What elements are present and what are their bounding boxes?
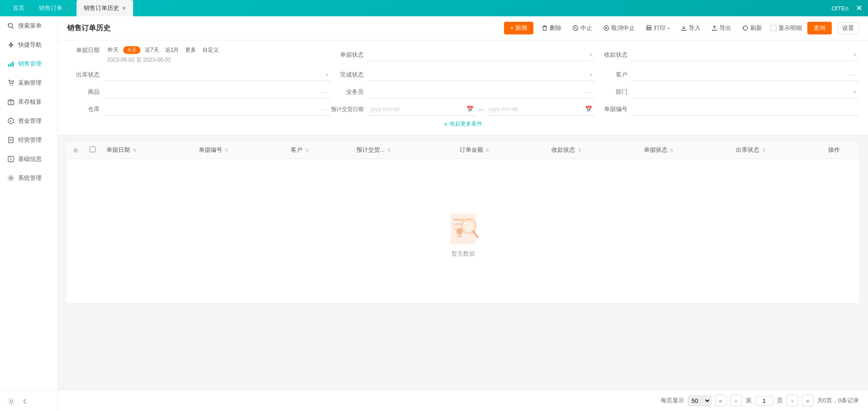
warehouse-input[interactable]: ··· [103,103,331,116]
empty-state-row: 暂无数据 [67,159,859,304]
product-input[interactable]: ··· [103,86,331,98]
page-label-after: 页 [777,396,783,405]
box-icon [7,98,14,106]
outbound-input[interactable]: ▾ [103,68,331,81]
salesperson-input[interactable]: ··· [367,86,595,98]
sort-paystatus-icon[interactable]: ⇅ [578,148,581,153]
content-area: 销售订单历史 + 新增 删除 中止 取消中止 打印 ▾ [58,16,868,411]
refresh-button[interactable]: 刷新 [739,22,765,34]
sort-customer-icon[interactable]: ⇅ [305,148,309,153]
svg-rect-13 [9,137,13,143]
sidebar-item-purchase-mgmt[interactable]: 采购管理 [0,73,58,92]
filter-salesperson-cell: 业务员 ··· [331,86,595,98]
sidebar: 搜索菜单 快捷导航 销售管理 采购管理 库存核算 [0,16,58,411]
today-btn[interactable]: 今天 [123,46,140,54]
calendar-from-icon[interactable]: 📅 [466,106,474,112]
table-area: 单据日期 ⇅ 单据编号 ⇅ 客户 ⇅ 预计交货... [58,135,868,390]
empty-state: 暂无数据 [67,177,859,285]
query-button[interactable]: 查询 [807,22,832,34]
table-header-order-amount: 订单金额 ⇅ [454,141,547,159]
sidebar-collapse-icon[interactable] [21,397,29,406]
more-btn[interactable]: 更多 [183,46,198,54]
week7-btn[interactable]: 近7天 [143,46,161,54]
last-page-button[interactable]: » [802,395,814,406]
svg-point-18 [10,157,11,158]
sidebar-label-capital-mgmt: 资金管理 [18,117,42,125]
dept-input[interactable]: ▾ [631,86,859,98]
filter-dept-cell: 部门 ▾ [595,86,859,98]
svg-rect-26 [647,29,650,30]
filter-product-cell: 商品 ··· [67,86,331,98]
tab-sales-order-close[interactable]: ✕ [65,5,69,11]
sidebar-label-basic-info: 基础信息 [18,155,42,163]
show-detail-checkbox[interactable] [770,25,777,31]
import-icon [681,25,687,31]
prev-page-button[interactable]: ‹ [730,395,742,406]
page-input[interactable] [755,396,773,406]
delivery-to-input[interactable]: yyyy-mm-dd 📅 [486,103,595,116]
print-button[interactable]: 打印 ▾ [643,22,672,34]
pay-status-input[interactable]: ▾ [631,48,859,61]
sidebar-item-sales-mgmt[interactable]: 销售管理 [0,54,58,73]
sidebar-item-search-menu[interactable]: 搜索菜单 [0,16,58,35]
cancel-stop-button[interactable]: 取消中止 [600,22,638,34]
collapse-text: 收起更多条件 [450,120,482,128]
calendar-to-icon[interactable]: 📅 [585,106,592,112]
export-button[interactable]: 导出 [709,22,734,34]
tab-home[interactable]: 首页 [5,0,32,16]
sidebar-item-capital-mgmt[interactable]: ¥ 资金管理 [0,111,58,131]
window-close-button[interactable]: ✕ [856,3,863,13]
table-settings-icon[interactable] [72,146,79,153]
outbound-label: 出库状态 [67,71,103,79]
tab-sales-order-history-close[interactable]: ✕ [122,5,126,11]
first-page-button[interactable]: « [715,395,727,406]
sidebar-label-operation-mgmt: 经营管理 [18,136,42,144]
custom-btn[interactable]: 自定义 [201,46,221,54]
sidebar-label-search-menu: 搜索菜单 [18,22,42,30]
filter-date-range: 2023-06-02 至 2023-06-02 [67,56,171,64]
sidebar-item-basic-info[interactable]: 基础信息 [0,150,58,169]
yesterday-btn[interactable]: 昨天 [106,46,120,54]
cart-icon [7,79,14,87]
sidebar-gear-icon[interactable] [7,397,15,406]
print-arrow: ▾ [667,26,670,31]
filter-completion-cell: 完成状态 ▾ [331,68,595,81]
new-button[interactable]: + 新增 [504,22,533,34]
chevron-up-icon: ∧ [444,121,448,127]
top-bar-right: OfTEn ✕ [831,3,863,13]
orderno-input[interactable] [631,103,859,116]
sidebar-item-inventory-check[interactable]: 库存核算 [0,92,58,111]
filter-pay-status-cell: 收款状态 ▾ [595,46,859,64]
completion-input[interactable]: ▾ [367,68,595,81]
sidebar-item-quick-nav[interactable]: 快捷导航 [0,35,58,54]
sort-delivery-icon[interactable]: ⇅ [387,148,391,153]
filter-outbound-cell: 出库状态 ▾ [67,68,331,81]
tab-sales-order[interactable]: 销售订单 ✕ [32,0,77,16]
collapse-bar[interactable]: ∧ 收起更多条件 [67,118,859,130]
select-all-checkbox[interactable] [90,146,96,152]
svg-point-7 [10,85,11,86]
sort-orderstatus-icon[interactable]: ⇅ [670,148,673,153]
customer-input[interactable]: ··· [631,68,859,81]
delete-button[interactable]: 删除 [539,22,564,34]
next-page-button[interactable]: › [786,395,798,406]
sort-outbound-icon[interactable]: ⇅ [762,148,766,153]
table-header-customer: 客户 ⇅ [285,141,351,159]
import-button[interactable]: 导入 [678,22,703,34]
tab-sales-order-history[interactable]: 销售订单历史 ✕ [77,0,133,16]
filter-order-status-cell: 单据状态 ▾ [331,46,595,64]
month1-btn[interactable]: 近1月 [163,46,181,54]
empty-text: 暂无数据 [451,250,475,258]
date-dash: — [476,106,486,113]
sort-orderno-icon[interactable]: ⇅ [225,148,228,153]
delivery-from-input[interactable]: yyyy-mm-dd 📅 [367,103,476,116]
sidebar-label-sales-mgmt: 销售管理 [18,60,42,68]
per-page-select[interactable]: 50 20 100 [688,396,711,406]
stop-button[interactable]: 中止 [570,22,595,34]
sidebar-item-operation-mgmt[interactable]: 经营管理 [0,131,58,150]
order-status-input[interactable]: ▾ [367,48,595,61]
settings-filter-button[interactable]: 设置 [837,22,859,34]
sort-date-icon[interactable]: ⇅ [133,148,136,153]
sort-amount-icon[interactable]: ⇅ [485,148,489,153]
sidebar-item-system-mgmt[interactable]: 系统管理 [0,169,58,188]
